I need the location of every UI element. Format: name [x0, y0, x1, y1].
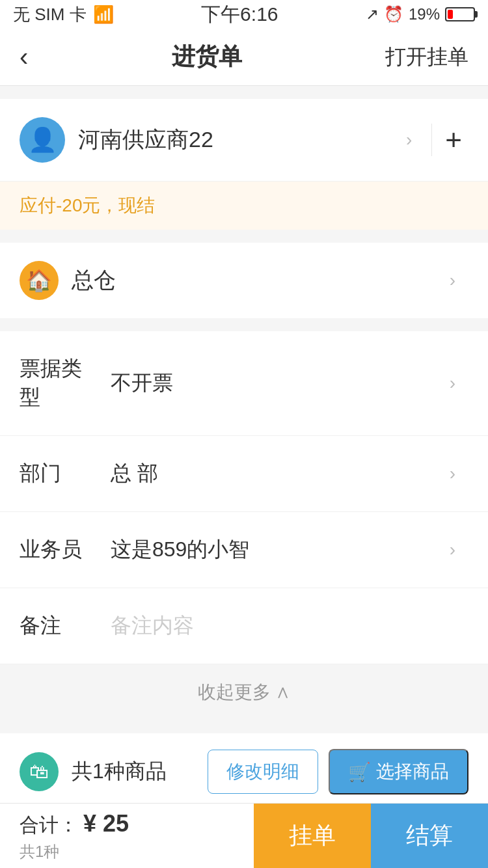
hang-button[interactable]: 挂单 — [254, 804, 371, 869]
remark-row[interactable]: 备注 备注内容 — [0, 588, 488, 664]
remark-input[interactable]: 备注内容 — [98, 612, 468, 640]
product-header: 🛍 共1种商品 修改明细 🛒 选择商品 — [0, 733, 488, 810]
select-product-button[interactable]: 🛒 选择商品 — [329, 749, 468, 794]
page-title: 进货单 — [172, 41, 242, 73]
wifi-icon: 📶 — [93, 5, 114, 25]
product-icon: 🛍 — [20, 752, 59, 791]
supplier-section: 👤 河南供应商22 › + 应付-20元，现结 — [0, 99, 488, 230]
notice-banner: 应付-20元，现结 — [0, 182, 488, 230]
dept-row[interactable]: 部门 总 部 › — [0, 436, 488, 512]
invoice-row[interactable]: 票据类型 不开票 › — [0, 331, 488, 436]
chevron-right-icon-warehouse: › — [450, 270, 455, 291]
location-icon: ↗ — [366, 5, 379, 23]
invoice-label: 票据类型 — [20, 355, 98, 412]
chevron-right-icon-dept: › — [450, 463, 455, 484]
home-icon: 🏠 — [26, 268, 52, 293]
section-divider-1 — [0, 86, 488, 99]
product-count: 共1种商品 — [72, 757, 208, 786]
total-label: 合计： ¥ 25 — [20, 810, 234, 839]
status-bar: 无 SIM 卡 📶 下午6:16 ↗ ⏰ 19% — [0, 0, 488, 29]
notice-text: 应付-20元，现结 — [20, 195, 155, 215]
form-section: 票据类型 不开票 › 部门 总 部 › 业务员 这是859的小智 › 备注 备注… — [0, 331, 488, 664]
remark-label: 备注 — [20, 612, 98, 640]
battery-icon — [445, 7, 475, 21]
invoice-value: 不开票 — [98, 369, 450, 398]
open-hang-button[interactable]: 打开挂单 — [385, 43, 468, 72]
battery-percent: 19% — [409, 5, 440, 23]
carrier-text: 无 SIM 卡 — [13, 3, 87, 26]
modify-detail-button[interactable]: 修改明细 — [208, 750, 318, 794]
total-section: 合计： ¥ 25 共1种 — [0, 810, 254, 862]
status-right: ↗ ⏰ 19% — [366, 5, 475, 23]
status-carrier: 无 SIM 卡 📶 — [13, 3, 114, 26]
chevron-right-icon: › — [406, 129, 412, 150]
chevron-right-icon-staff: › — [450, 539, 455, 560]
bottom-bar: 合计： ¥ 25 共1种 挂单 结算 — [0, 803, 488, 868]
back-button[interactable]: ‹ — [20, 42, 28, 72]
cart-icon: 🛒 — [348, 761, 371, 783]
supplier-name: 河南供应商22 — [78, 125, 406, 155]
warehouse-row[interactable]: 🏠 总仓 › — [0, 243, 488, 318]
warehouse-name: 总仓 — [72, 265, 450, 295]
staff-label: 业务员 — [20, 536, 98, 564]
dept-value: 总 部 — [98, 459, 450, 488]
staff-value: 这是859的小智 — [98, 536, 450, 564]
collapse-bar[interactable]: 收起更多 ∧ — [0, 664, 488, 720]
total-count: 共1种 — [20, 841, 234, 862]
supplier-avatar: 👤 — [20, 117, 65, 163]
add-icon[interactable]: + — [439, 124, 468, 156]
status-time: 下午6:16 — [201, 1, 278, 28]
total-text: 合计： — [20, 812, 78, 839]
chevron-right-icon-invoice: › — [450, 373, 455, 394]
checkout-button[interactable]: 结算 — [371, 804, 488, 869]
bag-icon: 🛍 — [29, 761, 49, 783]
total-amount: ¥ 25 — [83, 810, 129, 837]
vertical-divider — [431, 124, 432, 156]
supplier-row[interactable]: 👤 河南供应商22 › + — [0, 99, 488, 182]
section-divider-2 — [0, 230, 488, 243]
dept-label: 部门 — [20, 459, 98, 488]
alarm-icon: ⏰ — [384, 5, 403, 23]
nav-bar: ‹ 进货单 打开挂单 — [0, 29, 488, 86]
avatar-icon: 👤 — [28, 126, 57, 154]
collapse-label: 收起更多 ∧ — [198, 682, 291, 702]
warehouse-icon: 🏠 — [20, 261, 59, 300]
staff-row[interactable]: 业务员 这是859的小智 › — [0, 512, 488, 588]
warehouse-section: 🏠 总仓 › — [0, 243, 488, 318]
